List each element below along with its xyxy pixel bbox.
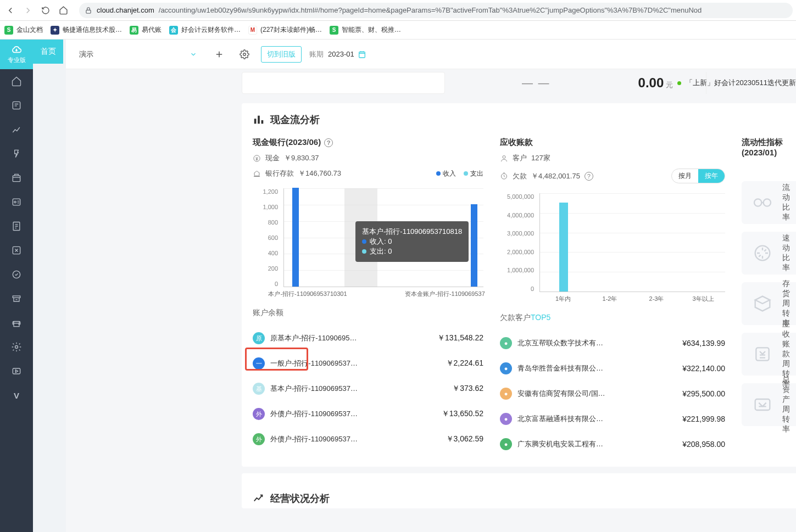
nav-reload-icon[interactable]: [38, 3, 53, 18]
y-axis: 5,000,0004,000,0003,000,0002,000,0001,00…: [500, 193, 537, 292]
bookmark-item[interactable]: 会好会计云财务软件…: [169, 25, 241, 35]
liquidity-label: 总资产周转率: [782, 375, 790, 434]
liquidity-card[interactable]: 速动比率: [742, 232, 796, 275]
rail-home-icon[interactable]: [0, 69, 33, 93]
app-logo[interactable]: 专业版: [0, 40, 33, 69]
top5-row[interactable]: ●北京富基融通科技有限公…¥221,999.98: [500, 406, 725, 432]
bookmark-item[interactable]: 易易代账: [130, 25, 162, 35]
rail-assets-icon[interactable]: [0, 166, 33, 190]
rail-print-icon[interactable]: [0, 311, 33, 335]
account-name: 外债户-招行-1109069537…: [270, 409, 358, 419]
liquidity-section: 流动性指标(2023/01) 流动比率速动比率存货周转率应收账款周转率总资产周转…: [742, 137, 796, 457]
org-selector[interactable]: 演示: [74, 46, 203, 63]
liquidity-card[interactable]: 总资产周转率: [742, 383, 796, 426]
switch-old-button[interactable]: 切到旧版: [261, 46, 302, 63]
customer-amount: ¥295,500.00: [682, 389, 725, 398]
rail-vip-icon[interactable]: V: [0, 383, 33, 407]
rail-funds-icon[interactable]: [0, 142, 33, 166]
account-row[interactable]: 一一般户-招行-1109069537…￥2,224.61: [253, 351, 483, 376]
cashflow-panel: 现金流分析 现金银行(2023/06) ? 现金 ￥9,830.37: [242, 103, 796, 467]
period-selector[interactable]: 账期 2023-01: [309, 49, 366, 59]
content-scroll[interactable]: — — 0.00元 「上新」好会计20230511迭代更新 现金流分析: [66, 69, 796, 532]
ar-section: 应收账款 客户 127家 欠款 ￥4,482,001.75 ?: [500, 137, 725, 457]
period-value: 2023-01: [328, 50, 354, 58]
summary-search-box[interactable]: [242, 72, 445, 94]
svg-point-10: [15, 346, 18, 349]
customer-name: 北京互帮联众数字技术有…: [517, 338, 603, 348]
toggle-month[interactable]: 按月: [672, 169, 698, 183]
nav-home-icon[interactable]: [56, 3, 70, 18]
bookmark-item[interactable]: M(227封未读邮件)畅…: [248, 25, 322, 35]
customer-badge-icon: ●: [500, 337, 512, 349]
customer-badge-icon: ●: [500, 413, 512, 425]
customer-badge-icon: ●: [500, 388, 512, 400]
top5-row[interactable]: ●青岛华胜普金科技有限公…¥322,140.00: [500, 356, 725, 381]
update-notice[interactable]: 「上新」好会计20230511迭代更新: [677, 78, 796, 88]
nav-back-icon[interactable]: [3, 3, 18, 18]
add-button[interactable]: [210, 46, 228, 63]
svg-rect-2: [13, 176, 20, 182]
svg-rect-13: [359, 52, 365, 58]
rail-voucher-icon[interactable]: [0, 93, 33, 117]
x-axis-label: 资本金账户-招行-1109069537: [405, 290, 485, 298]
nav-forward-icon[interactable]: [21, 3, 35, 18]
toggle-year[interactable]: 按年: [698, 169, 725, 183]
browser-toolbar: cloud.chanjet.com /accounting/uw1eb00zy9…: [0, 0, 796, 21]
x-axis-label: 1年内: [555, 295, 571, 303]
svg-point-12: [243, 53, 246, 55]
summary-strip: — — 0.00元 「上新」好会计20230511迭代更新: [242, 69, 796, 97]
svg-point-20: [754, 199, 761, 206]
liquidity-card[interactable]: 应收账款周转率: [742, 333, 796, 376]
account-row[interactable]: 原原基本户-招行-11090695…￥131,548.22: [253, 326, 483, 351]
liquidity-card[interactable]: 流动比率: [742, 181, 796, 224]
svg-rect-8: [13, 296, 20, 298]
bookmark-item[interactable]: ✦畅捷通信息技术股…: [51, 25, 122, 35]
svg-rect-9: [14, 323, 19, 327]
svg-point-21: [764, 199, 771, 206]
svg-point-18: [503, 155, 505, 158]
svg-rect-15: [258, 116, 260, 124]
lock-icon: [85, 7, 92, 14]
rail-salary-icon[interactable]: [0, 190, 33, 214]
rail-closing-icon[interactable]: [0, 262, 33, 287]
gear-icon[interactable]: [236, 46, 253, 63]
address-bar[interactable]: cloud.chanjet.com /accounting/uw1eb00zy9…: [79, 3, 793, 18]
liquidity-card[interactable]: 存货周转率: [742, 282, 796, 325]
rail-report-icon[interactable]: [0, 117, 33, 142]
liquidity-title: 流动性指标(2023/01): [742, 137, 796, 157]
operations-panel: 经营状况分析: [242, 473, 796, 508]
svg-rect-1: [13, 102, 20, 109]
customer-row: 客户 127家: [500, 153, 725, 163]
rail-tax-icon[interactable]: [0, 238, 33, 262]
bookmark-item[interactable]: S金山文档: [4, 25, 43, 35]
rail-archive-icon[interactable]: [0, 287, 33, 311]
account-row[interactable]: 外外债户-招行-1109069537…￥3,062.59: [253, 427, 483, 452]
top5-row[interactable]: ●广东腾安机电安装工程有…¥208,958.00: [500, 432, 725, 457]
account-amount: ￥3,062.59: [446, 434, 484, 444]
top5-list: ●北京互帮联众数字技术有…¥634,139.99●青岛华胜普金科技有限公…¥32…: [500, 331, 725, 457]
clock-icon: [500, 172, 508, 180]
rail-invoice-icon[interactable]: [0, 214, 33, 238]
account-row[interactable]: 外外债户-招行-1109069537…￥13,650.52: [253, 401, 483, 427]
top5-row[interactable]: ●北京互帮联众数字技术有…¥634,139.99: [500, 331, 725, 356]
liquidity-icon: [752, 394, 773, 416]
customer-amount: ¥322,140.00: [682, 364, 725, 373]
top5-row[interactable]: ●安徽有信商贸有限公司/国…¥295,500.00: [500, 381, 725, 406]
rail-settings-icon[interactable]: [0, 335, 33, 359]
cashflow-title: 现金流分析: [253, 113, 785, 126]
help-icon[interactable]: ?: [585, 172, 593, 181]
chevron-down-icon: [190, 51, 197, 58]
account-badge-icon: 外: [253, 408, 265, 420]
svg-rect-14: [254, 119, 257, 124]
bookmark-item[interactable]: S智能票、财、税推…: [330, 25, 401, 35]
ar-chart: 5,000,0004,000,0003,000,0002,000,0001,00…: [500, 193, 725, 303]
help-icon[interactable]: ?: [324, 138, 333, 147]
svg-rect-11: [13, 368, 20, 374]
svg-rect-24: [755, 399, 770, 410]
rail-video-icon[interactable]: [0, 359, 33, 383]
account-row[interactable]: 基基本户-招行-1109069537…￥373.62: [253, 376, 483, 401]
account-name: 外债户-招行-1109069537…: [270, 434, 358, 444]
svg-rect-16: [261, 120, 264, 124]
period-toggle[interactable]: 按月 按年: [671, 169, 725, 183]
tab-home[interactable]: 首页: [33, 40, 63, 64]
